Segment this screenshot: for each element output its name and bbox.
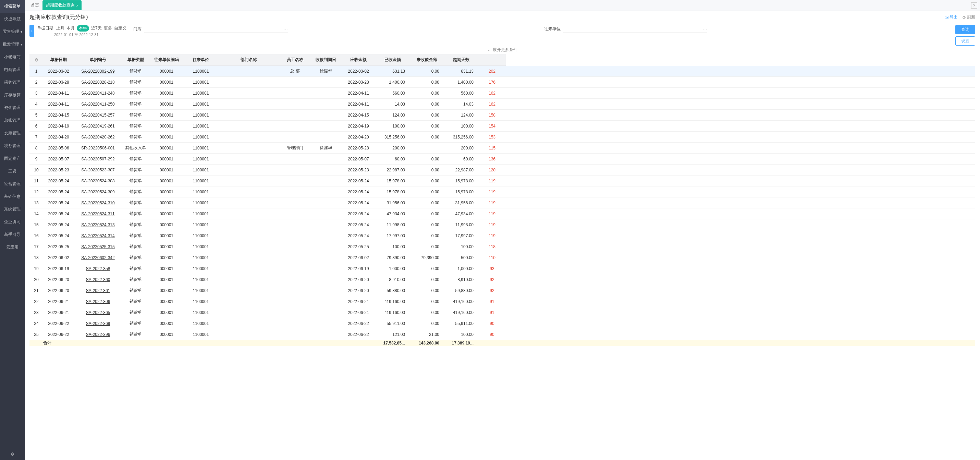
cell-doc[interactable]: SA-20220420-262	[74, 132, 122, 143]
cell-doc[interactable]: SA-20220524-314	[74, 230, 122, 241]
gear-icon[interactable]: ⚙	[35, 57, 38, 62]
search-button[interactable]: 查询	[955, 25, 975, 34]
cell-doc[interactable]: SA-20220507-292	[74, 154, 122, 164]
date-chip-1[interactable]: 本月	[67, 25, 75, 31]
cell-doc[interactable]: SA-20220411-248	[74, 88, 122, 99]
tab-home[interactable]: 首页	[27, 0, 43, 10]
table-row[interactable]: 52022-04-15SA-20220415-257销货单00000111000…	[29, 110, 975, 121]
close-all-tabs-button[interactable]: ×	[971, 2, 977, 9]
column-header-6[interactable]: 员工名称	[280, 54, 310, 66]
cell-doc[interactable]: SA-20220524-311	[74, 209, 122, 220]
cell-doc[interactable]: SA-20220419-261	[74, 121, 122, 132]
partner-input[interactable]	[563, 25, 703, 33]
column-header-11[interactable]: 超期天数	[444, 54, 478, 66]
settings-button[interactable]: 设置	[955, 36, 975, 46]
table-row[interactable]: 42022-04-11SA-20220411-250销货单00000111000…	[29, 99, 975, 110]
cell-doc[interactable]: SA-20220524-313	[74, 220, 122, 230]
table-row[interactable]: 172022-05-25SA-20220525-315销货单0000011100…	[29, 241, 975, 252]
sidebar-item-3[interactable]: 批发管理▾	[0, 38, 25, 51]
table-row[interactable]: 72022-04-20SA-20220420-262销货单00000111000…	[29, 132, 975, 143]
cell-doc[interactable]: SA-20220302-199	[74, 66, 122, 77]
table-row[interactable]: 112022-05-24SA-20220524-308销货单0000011100…	[29, 175, 975, 186]
column-header-1[interactable]: 单据编号	[74, 54, 122, 66]
table-row[interactable]: 252022-06-22SA-2022-396销货单00000111000012…	[29, 329, 975, 340]
store-more-button[interactable]: ...	[284, 26, 288, 31]
cell-doc[interactable]: SA-2022-358	[74, 263, 122, 274]
sidebar-item-16[interactable]: 系统管理	[0, 203, 25, 216]
table-row[interactable]: 142022-05-24SA-20220524-311销货单0000011100…	[29, 209, 975, 220]
cell-doc[interactable]: SR-20220506-001	[74, 143, 122, 154]
table-row[interactable]: 162022-05-24SA-20220524-314销货单0000011100…	[29, 230, 975, 241]
date-chip-0[interactable]: 上月	[56, 25, 64, 31]
sidebar-item-10[interactable]: 发票管理	[0, 127, 25, 140]
cell-doc[interactable]: SA-2022-306	[74, 296, 122, 307]
sidebar-item-4[interactable]: 小畅电商	[0, 51, 25, 64]
expand-filters-button[interactable]: ⌄ 展开更多条件	[25, 46, 980, 54]
collapse-filters-button[interactable]: ›	[29, 25, 34, 37]
table-row[interactable]: 12022-03-02SA-20220302-199销货单00000111000…	[29, 66, 975, 77]
export-button[interactable]: ⇲ 导出	[945, 14, 958, 20]
column-header-8[interactable]: 应收金额	[341, 54, 375, 66]
table-row[interactable]: 92022-05-07SA-20220507-292销货单00000111000…	[29, 154, 975, 164]
data-table-container[interactable]: ⚙单据日期单据编号单据类型往来单位编码往来单位部门名称员工名称收款到期日应收金额…	[25, 54, 980, 460]
sidebar-item-2[interactable]: 零售管理▾	[0, 25, 25, 38]
cell-doc[interactable]: SA-20220602-342	[74, 252, 122, 263]
table-row[interactable]: 62022-04-19SA-20220419-261销货单00000111000…	[29, 121, 975, 132]
date-chip-5[interactable]: 自定义	[114, 25, 126, 31]
column-header-9[interactable]: 已收金额	[375, 54, 410, 66]
close-icon[interactable]: ×	[76, 3, 78, 8]
cell-doc[interactable]: SA-20220411-250	[74, 99, 122, 110]
table-row[interactable]: 22022-03-28SA-20220328-218销货单00000111000…	[29, 77, 975, 88]
cell-doc[interactable]: SA-2022-396	[74, 329, 122, 340]
cell-doc[interactable]: SA-20220524-309	[74, 186, 122, 197]
date-chip-4[interactable]: 更多	[104, 25, 112, 31]
column-header-0[interactable]: 单据日期	[43, 54, 74, 66]
table-row[interactable]: 32022-04-11SA-20220411-248销货单00000111000…	[29, 88, 975, 99]
cell-doc[interactable]: SA-2022-360	[74, 274, 122, 285]
cell-doc[interactable]: SA-20220415-257	[74, 110, 122, 121]
sidebar-item-6[interactable]: 采购管理	[0, 76, 25, 89]
sidebar-item-11[interactable]: 税务管理	[0, 140, 25, 152]
cell-doc[interactable]: SA-2022-365	[74, 307, 122, 318]
column-header-7[interactable]: 收款到期日	[310, 54, 341, 66]
table-row[interactable]: 202022-06-20SA-2022-360销货单00000111000012…	[29, 274, 975, 285]
table-row[interactable]: 222022-06-21SA-2022-306销货单00000111000012…	[29, 296, 975, 307]
sidebar-item-5[interactable]: 电商管理	[0, 64, 25, 76]
sidebar-item-17[interactable]: 企业协同	[0, 216, 25, 228]
table-row[interactable]: 122022-05-24SA-20220524-309销货单0000011100…	[29, 186, 975, 197]
table-row[interactable]: 192022-06-19SA-2022-358销货单00000111000012…	[29, 263, 975, 274]
column-header-3[interactable]: 往来单位编码	[150, 54, 184, 66]
sidebar-item-14[interactable]: 经营管理	[0, 178, 25, 190]
table-row[interactable]: 132022-05-24SA-20220524-310销货单0000011100…	[29, 197, 975, 209]
tab-overdue-query[interactable]: 超期应收款查询 ×	[43, 0, 81, 10]
refresh-button[interactable]: ⟳ 刷新	[963, 14, 975, 20]
cell-doc[interactable]: SA-2022-361	[74, 285, 122, 296]
cell-doc[interactable]: SA-20220328-218	[74, 77, 122, 88]
table-row[interactable]: 102022-05-23SA-20220523-307销货单0000011100…	[29, 164, 975, 175]
table-row[interactable]: 182022-06-02SA-20220602-342销货单0000011100…	[29, 252, 975, 263]
sidebar-item-18[interactable]: 新手引导	[0, 228, 25, 241]
table-row[interactable]: 242022-06-22SA-2022-369销货单00000111000012…	[29, 318, 975, 329]
cell-doc[interactable]: SA-20220524-308	[74, 175, 122, 186]
sidebar-item-7[interactable]: 库存核算	[0, 89, 25, 102]
table-row[interactable]: 82022-05-06SR-20220506-001其他收入单000001110…	[29, 143, 975, 154]
sidebar-item-15[interactable]: 基础信息	[0, 190, 25, 203]
column-header-4[interactable]: 往来单位	[184, 54, 218, 66]
sidebar-item-8[interactable]: 资金管理	[0, 102, 25, 114]
sidebar-item-12[interactable]: 固定资产	[0, 152, 25, 165]
column-header-10[interactable]: 未收款金额	[410, 54, 444, 66]
cell-doc[interactable]: SA-20220525-315	[74, 241, 122, 252]
table-row[interactable]: 212022-06-20SA-2022-361销货单00000111000012…	[29, 285, 975, 296]
sidebar-settings[interactable]: ⚙	[0, 448, 25, 460]
sidebar-item-1[interactable]: 快捷导航	[0, 13, 25, 25]
cell-doc[interactable]: SA-20220523-307	[74, 164, 122, 175]
store-input[interactable]	[144, 25, 284, 33]
cell-doc[interactable]: SA-2022-369	[74, 318, 122, 329]
date-chip-3[interactable]: 近7天	[91, 25, 102, 31]
column-header-5[interactable]: 部门名称	[218, 54, 280, 66]
cell-doc[interactable]: SA-20220524-310	[74, 197, 122, 209]
sidebar-item-0[interactable]: 搜索菜单	[0, 0, 25, 13]
table-row[interactable]: 232022-06-21SA-2022-365销货单00000111000012…	[29, 307, 975, 318]
date-chip-2[interactable]: 本年	[77, 25, 89, 32]
sidebar-item-9[interactable]: 总账管理	[0, 114, 25, 127]
